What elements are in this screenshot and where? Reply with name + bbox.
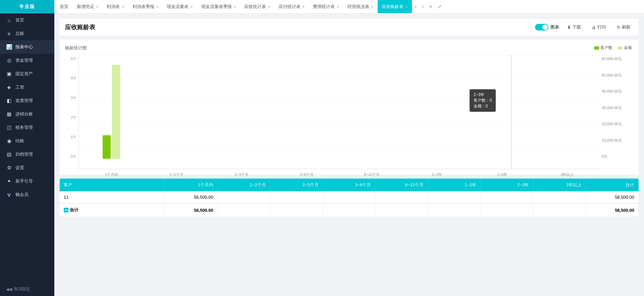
- sidebar-item-home[interactable]: ⌂ 首页: [0, 13, 54, 27]
- tab-close-cashflow[interactable]: ×: [191, 5, 193, 9]
- download-button[interactable]: ⬇ 下载: [565, 23, 584, 32]
- sidebar-item-label: 结账: [15, 138, 24, 144]
- page-header: 应收账龄表 图表 ⬇ 下载 🖨 打印 ↻ 刷新: [60, 19, 639, 36]
- sidebar-item-settings[interactable]: ⚙ 设置: [0, 161, 54, 175]
- print-button[interactable]: 🖨 打印: [589, 23, 609, 32]
- x-label-1month: 1个月内: [79, 172, 144, 177]
- tab-profit-quarterly[interactable]: 利润表季报 ×: [128, 0, 163, 13]
- sidebar-item-reports[interactable]: 📊 报表中心: [0, 40, 54, 54]
- sidebar-item-guide[interactable]: ✦ 新手引导: [0, 175, 54, 188]
- cell-1month: 58,500.00: [165, 191, 218, 203]
- page-content: 应收账龄表 图表 ⬇ 下载 🖨 打印 ↻ 刷新: [54, 13, 644, 296]
- salary-icon: ◈: [6, 84, 12, 90]
- tab-ar-stats[interactable]: 应收统计表 ×: [240, 0, 274, 13]
- x-axis: 1个月内 1~2个月 2~3个月 3~6个月 6~12个月 1~2年 2~3年 …: [79, 172, 600, 177]
- tab-home[interactable]: 首页: [56, 0, 73, 13]
- refresh-button[interactable]: ↻ 刷新: [614, 23, 633, 32]
- tab-close-profit[interactable]: ×: [122, 5, 124, 9]
- tab-label: 经营状况表: [347, 4, 369, 10]
- legend-amount: 金额: [618, 45, 632, 51]
- tab-close-business-status[interactable]: ×: [371, 5, 373, 9]
- tab-close-ar-aging[interactable]: ×: [406, 5, 408, 9]
- sidebar-item-tax[interactable]: ◫ 税务管理: [0, 121, 54, 134]
- closing-icon: ◉: [6, 138, 12, 144]
- sidebar-item-funds[interactable]: ◎ 资金管理: [0, 54, 54, 67]
- y-left-4: 4个: [71, 76, 76, 81]
- tab-ap-stats[interactable]: 应付统计表 ×: [275, 0, 309, 13]
- table-total-row: Ai 合计 58,500.00 58,500.00: [60, 203, 639, 216]
- assets-icon: ▣: [6, 71, 12, 77]
- tab-business-status[interactable]: 经营状况表 ×: [343, 0, 378, 13]
- tab-label: 现金流量表: [167, 4, 189, 10]
- tab-ar-aging[interactable]: 应收账龄表 ×: [378, 0, 412, 13]
- tab-close-all[interactable]: ×: [426, 0, 435, 13]
- home-icon: ⌂: [6, 17, 12, 23]
- sidebar-item-ledger[interactable]: ≡ 总账: [0, 27, 54, 40]
- invoice-icon: ◧: [6, 98, 12, 104]
- reports-icon: 📊: [6, 44, 12, 50]
- download-icon: ⬇: [567, 25, 571, 30]
- x-label-1to2month: 1~2个月: [144, 172, 209, 177]
- chart-inner: 5个 4个 3个 2个 1个 0个: [65, 55, 633, 169]
- total-icon: Ai: [64, 208, 68, 212]
- legend-amount-label: 金额: [624, 45, 632, 51]
- tab-label: 应付统计表: [279, 4, 301, 10]
- tab-scroll-right[interactable]: ›: [419, 0, 426, 13]
- page-title: 应收账龄表: [65, 23, 95, 31]
- y-axis-right: 60,000.00元 50,000.00元 40,000.00元 30,000.…: [600, 55, 633, 169]
- tab-label: 利润表季报: [132, 4, 154, 10]
- total-over3year: [533, 204, 586, 216]
- sidebar-item-label: 新手引导: [15, 178, 33, 184]
- cell-1to2month: [218, 191, 270, 203]
- sidebar-item-archive[interactable]: ▤ 归档管理: [0, 148, 54, 161]
- sidebar-item-salary[interactable]: ◈ 工资: [0, 81, 54, 94]
- cell-3to6month: [323, 191, 376, 203]
- sidebar-item-label: 报表中心: [15, 44, 33, 50]
- tab-cashflow-quarterly[interactable]: 现金流量表季报 ×: [197, 0, 240, 13]
- sidebar-pin-toggle[interactable]: ◀◀ 取消固定: [0, 282, 54, 296]
- tab-expense-stats[interactable]: 费用统计表 ×: [309, 0, 343, 13]
- bar-group-3to6month: [274, 55, 339, 159]
- sidebar-item-assets[interactable]: ▣ 固定资产: [0, 67, 54, 81]
- pin-label: 取消固定: [14, 286, 30, 292]
- sidebar-item-vip[interactable]: V 畅会员: [0, 188, 54, 201]
- total-2to3month: [270, 204, 323, 216]
- col-2to3month: 2~3个月: [270, 179, 323, 191]
- chart-toggle[interactable]: [535, 24, 548, 31]
- sidebar-item-label: 设置: [15, 165, 24, 171]
- tab-voucher[interactable]: 新增凭证 ×: [73, 0, 103, 13]
- settings-icon: ⚙: [6, 165, 12, 171]
- tooltip-label: 2~3年: [474, 92, 492, 98]
- sidebar-item-label: 畅会员: [15, 192, 29, 198]
- tab-expand[interactable]: ⤢: [435, 0, 444, 13]
- print-icon: 🖨: [592, 25, 596, 30]
- bar-group-1to2month: [144, 55, 209, 159]
- x-label-2to3month: 2~3个月: [209, 172, 274, 177]
- x-label-3to6month: 3~6个月: [274, 172, 339, 177]
- x-label-2to3year: 2~3年: [470, 172, 535, 177]
- chart-area: 账龄统计图 客户数 金额 5个 4个 3个: [60, 40, 639, 175]
- app-logo: 专业版: [0, 0, 54, 13]
- tab-profit[interactable]: 利润表 ×: [103, 0, 128, 13]
- total-2to3year: [481, 204, 533, 216]
- sidebar-item-invoice[interactable]: ◧ 发票管理: [0, 94, 54, 107]
- y-left-3: 3个: [71, 95, 76, 100]
- tab-close-profit-quarterly[interactable]: ×: [156, 5, 158, 9]
- tab-close-ar-stats[interactable]: ×: [268, 5, 270, 9]
- sidebar-item-closing[interactable]: ◉ 结账: [0, 134, 54, 148]
- tab-scroll-left[interactable]: ‹: [412, 0, 419, 13]
- tooltip-customers: 客户数：0: [474, 98, 492, 103]
- legend-customers: 客户数: [594, 45, 612, 51]
- sidebar-item-inventory[interactable]: ▦ 进销台账: [0, 107, 54, 121]
- tab-close-voucher[interactable]: ×: [96, 5, 98, 9]
- chart-container: 5个 4个 3个 2个 1个 0个: [65, 55, 633, 169]
- tab-cashflow[interactable]: 现金流量表 ×: [163, 0, 197, 13]
- tab-close-expense-stats[interactable]: ×: [337, 5, 339, 9]
- tab-close-cashflow-quarterly[interactable]: ×: [234, 5, 236, 9]
- chart-title: 账龄统计图: [65, 45, 633, 51]
- bar-amount-1month: [112, 65, 120, 159]
- tooltip-amount: 金额：0: [474, 103, 492, 109]
- sidebar-item-label: 资金管理: [15, 57, 33, 63]
- tab-close-ap-stats[interactable]: ×: [303, 5, 305, 9]
- y-right-3: 30,000.00元: [602, 105, 622, 110]
